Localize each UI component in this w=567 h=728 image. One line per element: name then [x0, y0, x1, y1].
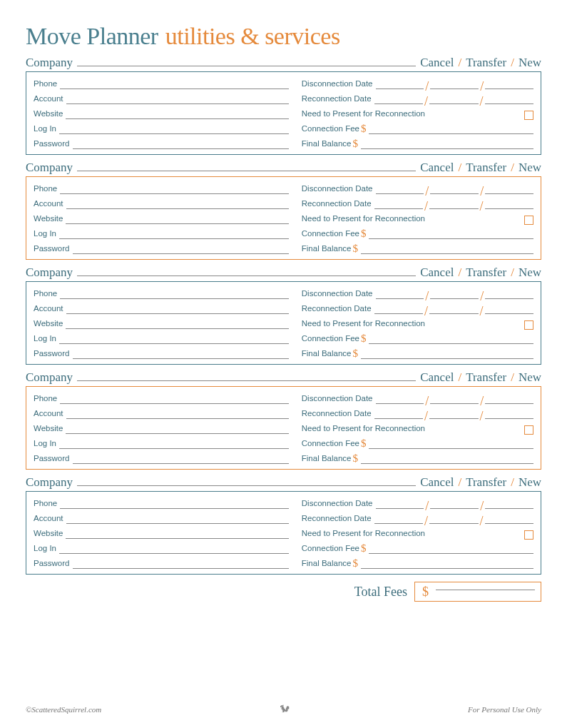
disconnection-label: Disconnection Date — [302, 76, 373, 91]
final-label: Final Balance — [302, 241, 352, 256]
disconnection-input[interactable]: // — [376, 186, 534, 196]
transfer-option[interactable]: Transfer — [466, 266, 506, 279]
status-options[interactable]: Cancel / Transfer / New — [420, 266, 541, 280]
transfer-option[interactable]: Transfer — [466, 56, 506, 69]
connfee-input[interactable] — [369, 238, 533, 239]
website-input[interactable] — [66, 223, 288, 224]
status-options[interactable]: Cancel / Transfer / New — [420, 475, 541, 490]
status-options[interactable]: Cancel / Transfer / New — [420, 161, 541, 175]
disconnection-label: Disconnection Date — [302, 391, 373, 406]
present-checkbox[interactable] — [524, 425, 533, 435]
password-label: Password — [34, 346, 70, 361]
status-options[interactable]: Cancel / Transfer / New — [420, 370, 541, 385]
company-input[interactable] — [77, 171, 416, 171]
transfer-option[interactable]: Transfer — [466, 370, 506, 384]
new-option[interactable]: New — [519, 475, 541, 489]
company-input[interactable] — [77, 275, 416, 276]
company-input[interactable] — [77, 66, 416, 66]
phone-input[interactable] — [60, 193, 289, 194]
cancel-option[interactable]: Cancel — [420, 266, 454, 279]
present-label: Need to Present for Reconnection — [302, 106, 425, 121]
company-input[interactable] — [77, 485, 416, 486]
account-input[interactable] — [66, 418, 289, 419]
connfee-input[interactable] — [369, 133, 533, 134]
disconnection-input[interactable]: // — [376, 81, 534, 91]
final-input[interactable] — [361, 358, 533, 359]
slash-icon: / — [511, 56, 514, 69]
final-input[interactable] — [361, 253, 533, 254]
reconnection-input[interactable]: // — [374, 306, 533, 316]
present-checkbox[interactable] — [524, 530, 533, 540]
website-input[interactable] — [66, 328, 288, 329]
phone-input[interactable] — [60, 403, 289, 404]
dollar-icon: $ — [361, 331, 367, 346]
password-input[interactable] — [73, 358, 289, 359]
reconnection-input[interactable]: // — [374, 516, 533, 526]
final-input[interactable] — [361, 148, 533, 149]
connfee-input[interactable] — [369, 343, 533, 344]
final-input[interactable] — [361, 463, 533, 464]
account-input[interactable] — [66, 313, 289, 314]
password-input[interactable] — [73, 463, 289, 464]
total-input[interactable] — [436, 590, 535, 590]
login-input[interactable] — [59, 553, 289, 554]
password-input[interactable] — [73, 568, 289, 569]
new-option[interactable]: New — [519, 370, 541, 384]
slash-icon: / — [424, 201, 428, 211]
website-input[interactable] — [66, 433, 288, 434]
disconnection-label: Disconnection Date — [302, 286, 373, 301]
website-input[interactable] — [66, 538, 288, 539]
phone-input[interactable] — [60, 508, 289, 509]
account-label: Account — [34, 511, 63, 526]
transfer-option[interactable]: Transfer — [466, 161, 506, 174]
new-option[interactable]: New — [519, 161, 541, 174]
account-input[interactable] — [66, 103, 289, 104]
company-label: Company — [26, 56, 73, 70]
present-checkbox[interactable] — [524, 320, 533, 330]
account-input[interactable] — [66, 208, 289, 209]
total-box[interactable]: $ — [414, 582, 541, 602]
reconnection-input[interactable]: // — [374, 411, 533, 421]
status-options[interactable]: Cancel / Transfer / New — [420, 56, 541, 70]
connfee-label: Connection Fee — [302, 121, 359, 136]
connfee-input[interactable] — [369, 448, 533, 449]
company-section: Company Cancel / Transfer / New Phone Di… — [26, 161, 541, 260]
company-input[interactable] — [77, 380, 416, 381]
slash-icon: / — [424, 516, 428, 526]
cancel-option[interactable]: Cancel — [420, 475, 454, 489]
new-option[interactable]: New — [519, 56, 541, 69]
website-label: Website — [34, 421, 63, 436]
cancel-option[interactable]: Cancel — [420, 370, 454, 384]
password-label: Password — [34, 241, 70, 256]
password-input[interactable] — [73, 148, 289, 149]
new-option[interactable]: New — [519, 266, 541, 279]
slash-icon: / — [480, 306, 484, 316]
present-checkbox[interactable] — [524, 216, 533, 225]
cancel-option[interactable]: Cancel — [420, 161, 454, 174]
slash-icon: / — [458, 475, 461, 489]
account-input[interactable] — [66, 523, 289, 524]
login-input[interactable] — [59, 133, 289, 134]
company-section: Company Cancel / Transfer / New Phone Di… — [26, 475, 541, 575]
password-input[interactable] — [73, 253, 289, 254]
disconnection-input[interactable]: // — [376, 396, 534, 406]
disconnection-input[interactable]: // — [376, 291, 534, 301]
dollar-icon: $ — [422, 585, 429, 600]
phone-input[interactable] — [60, 89, 289, 89]
login-label: Log In — [34, 331, 56, 346]
connfee-input[interactable] — [369, 553, 533, 554]
phone-input[interactable] — [60, 298, 289, 299]
transfer-option[interactable]: Transfer — [466, 475, 506, 489]
final-input[interactable] — [361, 568, 533, 569]
reconnection-input[interactable]: // — [374, 96, 533, 106]
login-input[interactable] — [59, 343, 289, 344]
reconnection-input[interactable]: // — [374, 201, 533, 211]
login-input[interactable] — [59, 238, 289, 239]
website-input[interactable] — [66, 118, 288, 119]
present-checkbox[interactable] — [524, 111, 533, 120]
company-label: Company — [26, 161, 73, 175]
cancel-option[interactable]: Cancel — [420, 56, 454, 69]
login-input[interactable] — [59, 448, 289, 449]
disconnection-input[interactable]: // — [376, 501, 534, 511]
slash-icon: / — [425, 186, 429, 196]
